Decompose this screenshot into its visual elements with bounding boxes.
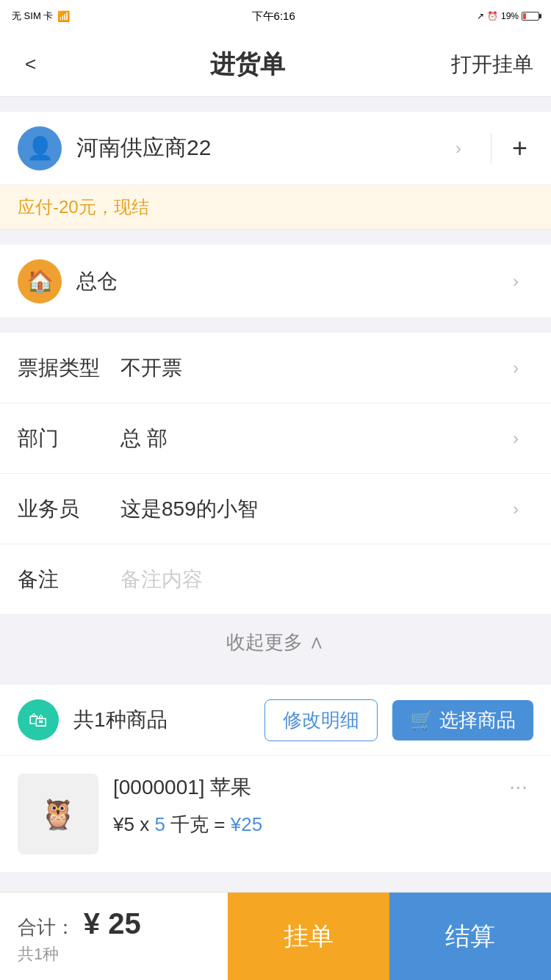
product-id: [0000001] [113,776,205,799]
supplier-section: 👤 河南供应商22 › + 应付-20元，现结 [0,112,551,230]
product-thumbnail: 🦉 [18,774,98,854]
salesman-row[interactable]: 业务员 这是859的小智 › [0,474,551,544]
divider-1 [0,230,551,245]
total-label: 合计： [18,916,75,938]
supplier-chevron-icon: › [455,138,461,159]
add-button[interactable]: + [506,133,533,164]
warehouse-row[interactable]: 🏠 总仓 › [0,245,551,318]
price-equal: = [214,813,230,835]
price-multiply: x [140,813,154,835]
remark-label: 备注 [18,566,120,594]
edit-detail-button[interactable]: 修改明细 [264,699,378,741]
page-title: 进货单 [210,48,285,82]
status-right: ↗ ⏰ 19% [477,11,539,21]
department-label: 部门 [18,425,120,453]
price-value: ¥5 [113,813,134,835]
product-count-label: 共1种商品 [73,706,250,734]
product-name: [0000001] 苹果 [113,774,489,801]
department-value: 总 部 [120,425,513,453]
battery-label: 19% [501,11,519,21]
supplier-avatar: 👤 [18,126,62,170]
unit-value: 千克 [170,813,209,835]
total-line: 合计： ¥ 25 [18,907,210,940]
nav-bar: < 进货单 打开挂单 [0,32,551,97]
supplier-row[interactable]: 👤 河南供应商22 › + [0,112,551,185]
bottom-bar: 合计： ¥ 25 共1种 挂单 结算 [0,892,551,980]
total-value: ¥25 [231,813,262,835]
department-chevron-icon: › [513,428,519,449]
location-icon: ↗ [477,11,484,21]
status-bar: 无 SIM 卡 📶 下午6:16 ↗ ⏰ 19% [0,0,551,32]
supplier-name: 河南供应商22 [76,133,455,163]
hang-button[interactable]: 挂单 [228,893,389,981]
salesman-label: 业务员 [18,495,120,523]
notice-text: 应付-20元，现结 [18,197,149,217]
time-label: 下午6:16 [252,10,295,24]
wifi-icon: 📶 [57,10,70,22]
department-row[interactable]: 部门 总 部 › [0,403,551,474]
select-product-icon: 🛒 [410,709,433,732]
product-header: 🛍 共1种商品 修改明细 🛒 选择商品 [0,685,551,755]
checkout-button[interactable]: 结算 [389,893,551,981]
remark-row[interactable]: 备注 备注内容 [0,544,551,615]
notice-bar: 应付-20元，现结 [0,185,551,230]
warehouse-section: 🏠 总仓 › [0,245,551,318]
product-price: ¥5 x 5 千克 = ¥25 [113,812,489,837]
total-amount: ¥ 25 [84,907,141,940]
select-product-button[interactable]: 🛒 选择商品 [392,700,533,741]
product-count-icon: 🛍 [29,709,48,732]
collapse-toggle[interactable]: 收起更多 ∧ [0,615,551,670]
warehouse-name: 总仓 [76,267,513,295]
product-thumb-icon: 🦉 [40,797,76,832]
invoice-row[interactable]: 票据类型 不开票 › [0,333,551,403]
invoice-chevron-icon: › [513,358,519,378]
salesman-chevron-icon: › [513,499,519,519]
alarm-icon: ⏰ [487,11,498,21]
status-left: 无 SIM 卡 📶 [12,10,70,23]
divider-3 [0,670,551,685]
warehouse-chevron-icon: › [513,271,519,292]
carrier-label: 无 SIM 卡 [12,10,53,23]
open-hang-button[interactable]: 打开挂单 [451,51,533,79]
remark-input[interactable]: 备注内容 [120,566,533,594]
product-count-icon-wrap: 🛍 [18,699,59,741]
product-item: 🦉 [0000001] 苹果 ¥5 x 5 千克 = ¥25 ··· [0,755,551,872]
total-count: 共1种 [18,943,210,965]
product-title: 苹果 [210,776,251,799]
warehouse-icon: 🏠 [26,268,54,294]
product-info: [0000001] 苹果 ¥5 x 5 千克 = ¥25 [113,774,489,837]
divider-top [0,97,551,112]
select-product-label: 选择商品 [439,707,516,733]
invoice-label: 票据类型 [18,354,120,382]
divider-2 [0,318,551,333]
total-section: 合计： ¥ 25 共1种 [0,907,228,965]
form-section: 票据类型 不开票 › 部门 总 部 › 业务员 这是859的小智 › 备注 备注… [0,333,551,615]
back-button[interactable]: < [18,46,43,83]
vertical-divider [491,134,491,163]
collapse-label: 收起更多 ∧ [226,631,324,653]
products-section: 🛍 共1种商品 修改明细 🛒 选择商品 🦉 [0000001] 苹果 ¥5 x … [0,685,551,872]
product-more-button[interactable]: ··· [503,774,533,799]
salesman-value: 这是859的小智 [120,495,513,523]
avatar-icon: 👤 [26,135,54,161]
battery-icon [522,12,539,21]
warehouse-icon-wrap: 🏠 [18,259,62,303]
quantity-value: 5 [154,813,165,835]
invoice-value: 不开票 [120,354,513,382]
